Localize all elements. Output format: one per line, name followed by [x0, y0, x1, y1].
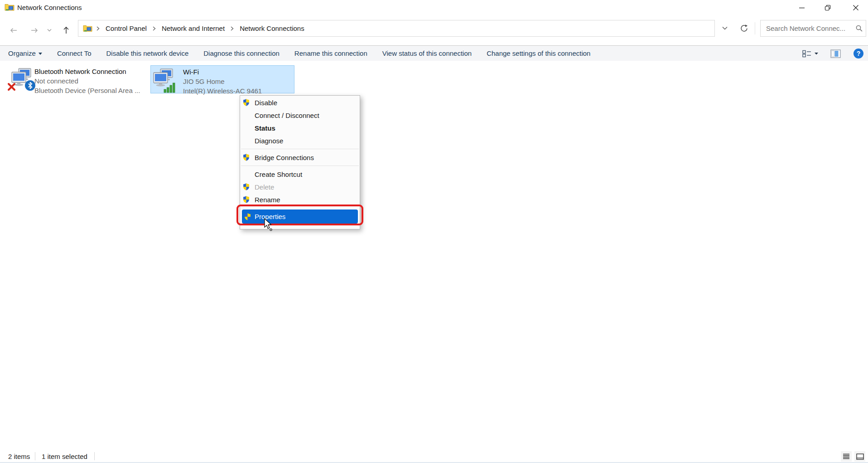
connection-name: Bluetooth Network Connection [34, 67, 140, 76]
close-button[interactable] [844, 0, 868, 15]
menu-item-label: Rename [255, 196, 280, 204]
minimize-button[interactable] [790, 0, 814, 15]
not-connected-x-icon [7, 83, 16, 93]
divider [94, 452, 95, 460]
view-status-button[interactable]: View status of this connection [382, 49, 472, 57]
menu-item-diagnose[interactable]: Diagnose [240, 134, 360, 147]
menu-item-delete: Delete [240, 180, 360, 193]
diagnose-connection-button[interactable]: Diagnose this connection [203, 49, 280, 57]
help-icon[interactable]: ? [854, 49, 863, 58]
restore-button[interactable] [816, 0, 839, 15]
menu-item-status[interactable]: Status [240, 122, 360, 134]
rename-connection-button[interactable]: Rename this connection [294, 49, 367, 57]
menu-separator [241, 166, 359, 166]
forward-button[interactable] [26, 22, 43, 39]
divider [755, 22, 755, 34]
up-button[interactable] [58, 22, 74, 39]
address-network-folder-icon [83, 24, 92, 33]
organize-button[interactable]: Organize [8, 49, 42, 57]
change-settings-button[interactable]: Change settings of this connection [487, 49, 590, 57]
window-title: Network Connections [17, 4, 82, 11]
address-bar[interactable]: Control Panel Network and Internet Netwo… [78, 20, 715, 37]
uac-shield-icon [242, 183, 255, 191]
search-box [760, 20, 866, 37]
breadcrumb-control-panel[interactable]: Control Panel [104, 24, 148, 33]
items-count: 2 items [8, 453, 30, 460]
search-input[interactable] [761, 24, 852, 32]
menu-item-bridge-connections[interactable]: Bridge Connections [240, 151, 360, 164]
change-view-button[interactable] [802, 50, 819, 58]
connection-status: Not connected [34, 76, 140, 86]
menu-item-label: Create Shortcut [255, 171, 302, 178]
view-dropdown-arrow-icon [814, 52, 819, 55]
search-icon[interactable] [852, 24, 866, 32]
context-menu: Disable Connect / Disconnect Status Diag… [240, 95, 360, 229]
back-button[interactable] [5, 22, 22, 39]
menu-item-disable[interactable]: Disable [240, 96, 360, 109]
disable-device-button[interactable]: Disable this network device [106, 49, 188, 57]
menu-item-connect-disconnect[interactable]: Connect / Disconnect [240, 109, 360, 122]
connection-network: JIO 5G Home [183, 77, 262, 86]
connection-device: Intel(R) Wireless-AC 9461 [183, 86, 262, 96]
breadcrumb-network-and-internet[interactable]: Network and Internet [160, 24, 226, 33]
menu-item-label: Bridge Connections [255, 154, 314, 161]
menu-item-label: Status [255, 124, 275, 132]
menu-item-label: Properties [255, 213, 285, 220]
refresh-button[interactable] [735, 20, 753, 37]
connect-to-button[interactable]: Connect To [57, 49, 92, 57]
recent-locations-chevron[interactable] [43, 22, 56, 39]
command-bar: Organize Connect To Disable this network… [0, 45, 868, 61]
selection-count: 1 item selected [42, 453, 87, 460]
menu-separator [241, 149, 359, 149]
breadcrumb-network-connections[interactable]: Network Connections [238, 24, 306, 33]
menu-spacer [240, 206, 360, 210]
navigation-bar: Control Panel Network and Internet Netwo… [0, 16, 868, 45]
uac-shield-icon [244, 213, 255, 221]
breadcrumb-chevron-icon [96, 26, 100, 31]
menu-item-label: Diagnose [255, 137, 283, 145]
breadcrumb-chevron-icon [230, 26, 234, 31]
network-folder-icon [5, 3, 14, 14]
status-bar: 2 items 1 item selected [0, 451, 868, 463]
connection-tile-bluetooth[interactable]: Bluetooth Network Connection Not connect… [9, 65, 146, 93]
menu-item-rename[interactable]: Rename [240, 193, 360, 206]
address-dropdown-chevron[interactable] [717, 20, 733, 37]
bluetooth-connection-icon [11, 68, 34, 92]
connection-tile-wifi-selected[interactable]: Wi-Fi JIO 5G Home Intel(R) Wireless-AC 9… [150, 65, 294, 93]
preview-pane-button[interactable] [830, 49, 841, 58]
menu-item-label: Delete [255, 183, 274, 191]
divider [35, 452, 35, 460]
details-view-button[interactable] [841, 451, 852, 462]
breadcrumb-chevron-icon [152, 26, 156, 31]
uac-shield-icon [242, 195, 255, 204]
network-connections-window: Network Connections [0, 0, 868, 463]
connection-name: Wi-Fi [183, 67, 262, 77]
uac-shield-icon [242, 153, 255, 161]
large-icons-view-button[interactable] [854, 451, 865, 462]
dropdown-arrow-icon [39, 53, 42, 55]
title-bar: Network Connections [0, 0, 868, 16]
connection-device: Bluetooth Device (Personal Area ... [34, 86, 140, 95]
wifi-connection-icon [153, 68, 175, 92]
uac-shield-icon [242, 98, 255, 107]
menu-item-create-shortcut[interactable]: Create Shortcut [240, 168, 360, 180]
signal-strength-icon [164, 82, 176, 95]
menu-item-label: Disable [255, 99, 277, 107]
menu-item-properties[interactable]: Properties [242, 210, 358, 224]
menu-item-label: Connect / Disconnect [255, 112, 319, 119]
organize-label: Organize [8, 49, 36, 57]
view-icon [802, 50, 812, 58]
